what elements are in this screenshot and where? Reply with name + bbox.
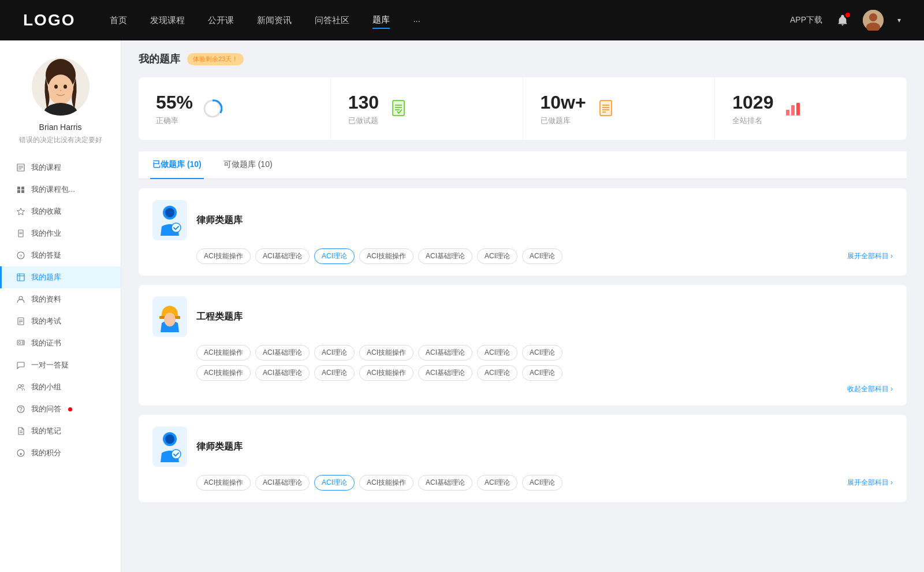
sidebar-label-points: 我的积分 xyxy=(31,448,61,458)
sidebar-item-group[interactable]: 我的小组 xyxy=(0,376,121,398)
notification-dot xyxy=(845,13,850,17)
sidebar-item-favorites[interactable]: 我的收藏 xyxy=(0,200,121,222)
tag-lawyer-5[interactable]: ACI理论 xyxy=(477,248,517,264)
tag-lawyer2-4[interactable]: ACI基础理论 xyxy=(418,475,472,491)
avatar[interactable] xyxy=(863,10,884,31)
sidebar-label-courses: 我的课程 xyxy=(31,162,61,173)
stat-ranking: 1029 全站排名 xyxy=(715,77,907,140)
tab-done-banks[interactable]: 已做题库 (10) xyxy=(150,151,204,179)
stat-ranking-number: 1029 xyxy=(732,91,773,113)
tag-eng-4[interactable]: ACI基础理论 xyxy=(418,345,472,361)
main-layout: Brian Harris 错误的决定比没有决定要好 我的课程 xyxy=(0,40,924,572)
stat-ranking-text: 1029 全站排名 xyxy=(732,91,773,126)
tag-eng-r2-2[interactable]: ACI理论 xyxy=(314,365,355,381)
tag-eng-6[interactable]: ACI理论 xyxy=(522,345,562,361)
notification-bell[interactable] xyxy=(834,12,851,29)
svg-rect-56 xyxy=(791,105,795,116)
sidebar-item-one-on-one[interactable]: 一对一答疑 xyxy=(0,354,121,376)
bank-tags-engineer-row1: ACI技能操作 ACI基础理论 ACI理论 ACI技能操作 ACI基础理论 AC… xyxy=(196,345,893,361)
tag-lawyer-0[interactable]: ACI技能操作 xyxy=(196,248,251,264)
tag-lawyer-4[interactable]: ACI基础理论 xyxy=(418,248,472,264)
sidebar-item-bank[interactable]: 我的题库 xyxy=(0,266,121,288)
points-icon: ★ xyxy=(16,448,25,458)
sidebar-item-package[interactable]: 我的课程包... xyxy=(0,179,121,200)
tag-lawyer2-0[interactable]: ACI技能操作 xyxy=(196,475,251,491)
tag-eng-0[interactable]: ACI技能操作 xyxy=(196,345,251,361)
bank-card-engineer: 工程类题库 ACI技能操作 ACI基础理论 ACI理论 ACI技能操作 ACI基… xyxy=(139,285,907,406)
sidebar-item-qa[interactable]: 我的问答 xyxy=(0,398,121,420)
tag-eng-3[interactable]: ACI技能操作 xyxy=(359,345,413,361)
sidebar-label-questions: 我的答疑 xyxy=(31,250,61,261)
svg-rect-57 xyxy=(796,103,800,116)
tag-eng-r2-0[interactable]: ACI技能操作 xyxy=(196,365,251,381)
bank-title-lawyer: 律师类题库 xyxy=(196,214,243,226)
svg-point-37 xyxy=(20,410,21,411)
tag-eng-2[interactable]: ACI理论 xyxy=(314,345,355,361)
sidebar-label-one-on-one: 一对一答疑 xyxy=(31,360,69,370)
tag-lawyer-3[interactable]: ACI技能操作 xyxy=(359,248,413,264)
logo: LOGO xyxy=(23,11,75,29)
nav-home[interactable]: 首页 xyxy=(110,13,127,28)
sidebar-item-questions[interactable]: ? 我的答疑 xyxy=(0,244,121,266)
user-menu-chevron[interactable]: ▾ xyxy=(897,16,901,24)
tag-eng-r2-1[interactable]: ACI基础理论 xyxy=(255,365,310,381)
exam-icon xyxy=(16,317,25,326)
collapse-engineer[interactable]: 收起全部科目 › xyxy=(847,384,893,394)
sidebar-label-profile: 我的资料 xyxy=(31,294,61,304)
qa-icon xyxy=(16,404,25,414)
svg-text:?: ? xyxy=(20,254,23,259)
svg-point-61 xyxy=(172,223,181,232)
nav-discover[interactable]: 发现课程 xyxy=(150,13,185,28)
tag-eng-r2-5[interactable]: ACI理论 xyxy=(477,365,517,381)
svg-rect-15 xyxy=(21,190,24,193)
stat-done-number: 130 xyxy=(348,91,379,113)
sidebar-item-profile[interactable]: 我的资料 xyxy=(0,288,121,310)
group-icon xyxy=(16,382,25,392)
nav-more[interactable]: ··· xyxy=(413,13,420,28)
svg-point-65 xyxy=(165,434,174,444)
tag-lawyer2-1[interactable]: ACI基础理论 xyxy=(255,475,310,491)
bank-tags-lawyer2: ACI技能操作 ACI基础理论 ACI理论 ACI技能操作 ACI基础理论 AC… xyxy=(196,475,893,491)
tag-eng-r2-6[interactable]: ACI理论 xyxy=(522,365,562,381)
tag-eng-r2-4[interactable]: ACI基础理论 xyxy=(418,365,472,381)
svg-point-43 xyxy=(208,104,217,113)
certificate-icon xyxy=(16,339,25,348)
tag-lawyer2-5[interactable]: ACI理论 xyxy=(477,475,517,491)
sidebar-item-points[interactable]: ★ 我的积分 xyxy=(0,442,121,464)
courses-icon xyxy=(16,163,25,172)
star-icon xyxy=(16,207,25,216)
tag-lawyer2-3[interactable]: ACI技能操作 xyxy=(359,475,413,491)
sidebar-item-certificate[interactable]: 我的证书 xyxy=(0,332,121,354)
tag-lawyer-2[interactable]: ACI理论 xyxy=(314,248,355,264)
expand-lawyer2[interactable]: 展开全部科目 › xyxy=(847,478,893,488)
tag-eng-r2-3[interactable]: ACI技能操作 xyxy=(359,365,413,381)
tag-lawyer2-2[interactable]: ACI理论 xyxy=(314,475,355,491)
tag-lawyer2-6[interactable]: ACI理论 xyxy=(522,475,562,491)
app-download-button[interactable]: APP下载 xyxy=(790,15,822,25)
svg-rect-13 xyxy=(21,187,24,190)
nav-qa[interactable]: 问答社区 xyxy=(315,13,349,28)
tag-lawyer-6[interactable]: ACI理论 xyxy=(522,248,562,264)
profile-avatar xyxy=(32,58,90,116)
sidebar-item-exam[interactable]: 我的考试 xyxy=(0,310,121,332)
sidebar-label-group: 我的小组 xyxy=(31,382,61,392)
bank-card-header-lawyer2: 律师类题库 xyxy=(152,426,893,467)
sidebar-item-courses[interactable]: 我的课程 xyxy=(0,157,121,179)
tag-eng-1[interactable]: ACI基础理论 xyxy=(255,345,310,361)
tag-lawyer-1[interactable]: ACI基础理论 xyxy=(255,248,310,264)
svg-point-66 xyxy=(172,450,181,459)
lawyer-icon xyxy=(152,200,187,240)
stat-accuracy-label: 正确率 xyxy=(156,116,193,126)
nav-bank[interactable]: 题库 xyxy=(372,12,390,29)
profile-motto: 错误的决定比没有决定要好 xyxy=(19,135,102,145)
nav-open[interactable]: 公开课 xyxy=(208,13,234,28)
sidebar-item-homework[interactable]: 我的作业 xyxy=(0,222,121,244)
sidebar-label-notes: 我的笔记 xyxy=(31,426,61,436)
tag-eng-5[interactable]: ACI理论 xyxy=(477,345,517,361)
tab-available-banks[interactable]: 可做题库 (10) xyxy=(221,151,275,179)
sidebar-item-notes[interactable]: 我的笔记 xyxy=(0,420,121,442)
stat-done-label: 已做试题 xyxy=(348,116,379,126)
expand-lawyer[interactable]: 展开全部科目 › xyxy=(847,251,893,261)
sidebar: Brian Harris 错误的决定比没有决定要好 我的课程 xyxy=(0,40,121,572)
nav-news[interactable]: 新闻资讯 xyxy=(257,13,292,28)
